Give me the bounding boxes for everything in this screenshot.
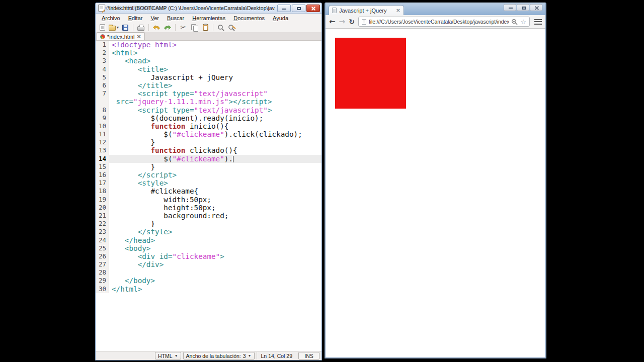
bookmark-star-icon[interactable]: ☆ bbox=[520, 19, 526, 25]
address-bar[interactable]: file:///C:/Users/JoseVicenteCarratala/De… bbox=[358, 17, 530, 27]
code-line[interactable]: 4 <title> bbox=[96, 65, 321, 73]
forward-button[interactable]: → bbox=[339, 18, 346, 26]
search-button[interactable] bbox=[216, 23, 225, 32]
code-line[interactable]: 25 <body> bbox=[96, 244, 321, 252]
new-document-button[interactable] bbox=[98, 23, 107, 32]
code-lines: 1<!doctype html>2<html>3 <head>4 <title>… bbox=[96, 41, 321, 293]
document-type-icon bbox=[100, 34, 105, 39]
clickeame-red-square[interactable] bbox=[335, 38, 406, 109]
code-line[interactable]: 14 $("#clickeame"). bbox=[96, 155, 321, 163]
chevron-down-icon: ▼ bbox=[248, 354, 252, 357]
code-line[interactable]: 5 Javascript + jQuery bbox=[96, 73, 321, 81]
browser-maximize-button[interactable] bbox=[517, 4, 529, 11]
code-line[interactable]: 8 <script type="text/javascript"> bbox=[96, 106, 321, 114]
menu-documentos[interactable]: Documentos bbox=[229, 15, 269, 22]
open-button[interactable]: ▾ bbox=[109, 23, 119, 32]
line-number: 16 bbox=[96, 171, 109, 179]
menu-editar[interactable]: Editar bbox=[124, 15, 147, 22]
code-line[interactable]: src="jquery-1.11.1.min.js"></script> bbox=[96, 98, 321, 106]
code-line[interactable]: 22 } bbox=[96, 220, 321, 228]
tab-label: *index.html bbox=[107, 34, 134, 40]
search-icon bbox=[217, 24, 225, 31]
code-line[interactable]: 23 </style> bbox=[96, 228, 321, 236]
gedit-maximize-button[interactable] bbox=[292, 5, 305, 12]
code-line[interactable]: 2<html> bbox=[96, 49, 321, 57]
undo-button[interactable] bbox=[152, 23, 161, 32]
browser-minimize-button[interactable] bbox=[504, 4, 516, 11]
menu-archivo[interactable]: Archivo bbox=[98, 15, 124, 22]
minimize-icon bbox=[282, 9, 286, 10]
redo-button[interactable] bbox=[163, 23, 172, 32]
language-selector[interactable]: HTML ▼ bbox=[155, 352, 181, 359]
code-line[interactable]: 15 } bbox=[96, 163, 321, 171]
open-dropdown-icon[interactable]: ▾ bbox=[117, 25, 119, 30]
page-favicon bbox=[332, 8, 337, 13]
gedit-minimize-button[interactable] bbox=[277, 5, 291, 12]
browser-menu-icon[interactable] bbox=[534, 19, 542, 25]
code-line[interactable]: 16 </script> bbox=[96, 171, 321, 179]
line-number: 6 bbox=[96, 81, 109, 89]
gedit-close-button[interactable] bbox=[306, 5, 320, 12]
code-line[interactable]: 11 $("#clickeame").click(clickado); bbox=[96, 130, 321, 138]
back-button[interactable]: ← bbox=[329, 18, 336, 26]
line-number: 30 bbox=[96, 285, 109, 293]
line-number: 7 bbox=[96, 89, 109, 98]
line-number: 3 bbox=[96, 57, 109, 65]
search-replace-button[interactable] bbox=[227, 23, 236, 32]
url-text[interactable]: file:///C:/Users/JoseVicenteCarratala/De… bbox=[369, 19, 509, 25]
gedit-titlebar[interactable]: *index.html (BOOTCAMP (C:) \Users\JoseVi… bbox=[96, 3, 321, 14]
menu-ayuda[interactable]: Ayuda bbox=[269, 15, 292, 22]
code-line[interactable]: 27 </div> bbox=[96, 260, 321, 268]
code-line[interactable]: 10 function inicio(){ bbox=[96, 122, 321, 130]
reload-button[interactable]: ↻ bbox=[349, 18, 355, 25]
editor-tab-index-html[interactable]: *index.html × bbox=[97, 32, 145, 40]
menu-buscar[interactable]: Buscar bbox=[163, 15, 188, 22]
code-editor[interactable]: 1<!doctype html>2<html>3 <head>4 <title>… bbox=[96, 41, 321, 351]
code-line[interactable]: 19 width:50px; bbox=[96, 196, 321, 204]
tab-close-icon[interactable]: × bbox=[136, 34, 141, 39]
menu-herramientas[interactable]: Herramientas bbox=[188, 15, 229, 22]
line-number: 15 bbox=[96, 163, 109, 171]
save-icon bbox=[122, 25, 128, 31]
paste-button[interactable] bbox=[201, 23, 210, 32]
code-line[interactable]: 12 } bbox=[96, 138, 321, 146]
code-line[interactable]: 24 </head> bbox=[96, 236, 321, 244]
copy-icon bbox=[191, 24, 198, 31]
copy-button[interactable] bbox=[190, 23, 199, 32]
save-button[interactable] bbox=[121, 23, 130, 32]
code-line[interactable]: 3 <head> bbox=[96, 57, 321, 65]
menu-ver[interactable]: Ver bbox=[146, 15, 163, 22]
code-line[interactable]: 30</html> bbox=[96, 285, 321, 293]
line-number: 17 bbox=[96, 179, 109, 187]
code-line[interactable]: 13 function clickado(){ bbox=[96, 146, 321, 154]
code-line[interactable]: 9 $(document).ready(inicio); bbox=[96, 114, 321, 122]
tab-width-selector[interactable]: Ancho de la tabulación: 3 ▼ bbox=[183, 352, 255, 359]
toolbar-separator bbox=[148, 24, 149, 31]
browser-close-button[interactable] bbox=[530, 4, 542, 11]
code-line[interactable]: 29 </body> bbox=[96, 277, 321, 285]
cut-button[interactable]: ✂ bbox=[179, 23, 188, 32]
gedit-app-icon bbox=[98, 5, 105, 12]
code-line[interactable]: 21 background:red; bbox=[96, 212, 321, 220]
text-caret bbox=[233, 156, 233, 162]
code-line[interactable]: 18 #clickeame{ bbox=[96, 187, 321, 195]
zoom-level-icon[interactable] bbox=[511, 19, 518, 25]
code-line[interactable]: 1<!doctype html> bbox=[96, 41, 321, 49]
print-button[interactable] bbox=[136, 23, 145, 32]
line-number: 14 bbox=[96, 155, 109, 163]
code-line[interactable]: 7 <script type="text/javascript" bbox=[96, 89, 321, 98]
code-line[interactable]: 17 <style> bbox=[96, 179, 321, 187]
line-number: 25 bbox=[96, 244, 109, 252]
tab-close-icon[interactable]: × bbox=[396, 8, 400, 13]
line-number: 5 bbox=[96, 73, 109, 81]
line-number bbox=[96, 98, 109, 106]
code-line[interactable]: 6 </title> bbox=[96, 81, 321, 89]
code-line[interactable]: 28 bbox=[96, 268, 321, 277]
browser-titlebar[interactable]: Javascript + jQuery × bbox=[326, 3, 545, 15]
input-mode-indicator: INS bbox=[298, 352, 319, 359]
code-line[interactable]: 26 <div id="clickeame"> bbox=[96, 252, 321, 260]
line-number: 20 bbox=[96, 204, 109, 212]
browser-tab[interactable]: Javascript + jQuery × bbox=[329, 5, 404, 15]
line-number: 2 bbox=[96, 49, 109, 57]
code-line[interactable]: 20 height:50px; bbox=[96, 204, 321, 212]
